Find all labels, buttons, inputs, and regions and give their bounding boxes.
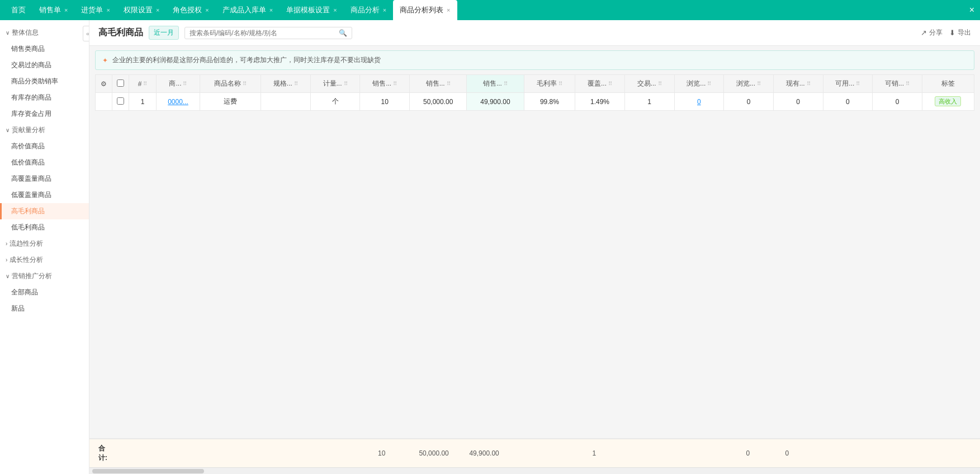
cell-pv2: 0 bbox=[724, 93, 774, 111]
sidebar-item-high-margin[interactable]: 高毛利商品 bbox=[0, 203, 89, 219]
nav-finished-goods[interactable]: 产成品入库单 × bbox=[216, 0, 280, 20]
nav-home[interactable]: 首页 bbox=[4, 0, 32, 20]
content-area: 高毛利商品 近一月 🔍 ↗ 分享 ⬇ 导出 ✦ 企业的主要的利润都是这部分商品创… bbox=[89, 20, 980, 474]
share-button[interactable]: ↗ 分享 bbox=[921, 28, 943, 37]
settings-icon[interactable]: ⚙ bbox=[101, 80, 107, 88]
close-icon[interactable]: × bbox=[447, 7, 450, 13]
close-icon[interactable]: × bbox=[64, 7, 68, 13]
cell-sales-amount: 50,000.00 bbox=[410, 93, 467, 111]
footer-sales-profit: 49,900.00 bbox=[449, 449, 499, 457]
table-row: 1 0000... 运费 个 10 50,000.00 49,900.00 99… bbox=[96, 93, 974, 111]
header-actions: ↗ 分享 ⬇ 导出 bbox=[921, 28, 971, 37]
footer-sales-amount: 50,000.00 bbox=[399, 449, 449, 457]
sidebar-item-new-goods[interactable]: 新品 bbox=[0, 301, 89, 317]
horizontal-scrollbar[interactable] bbox=[89, 467, 980, 474]
close-icon[interactable]: × bbox=[205, 7, 209, 13]
close-icon[interactable]: × bbox=[269, 7, 273, 13]
sidebar-item-stock-capital[interactable]: 库存资金占用 bbox=[0, 106, 89, 122]
export-button[interactable]: ⬇ 导出 bbox=[949, 28, 971, 37]
nav-roles[interactable]: 角色授权 × bbox=[166, 0, 215, 20]
cell-available-stock: 0 bbox=[823, 93, 873, 111]
sidebar-group-overall[interactable]: ∨ 整体信息 bbox=[0, 25, 89, 41]
col-header-sales-amount: 销售...⠿ bbox=[410, 75, 467, 93]
col-header-checkbox[interactable] bbox=[112, 75, 129, 93]
chevron-down-icon: ∨ bbox=[6, 127, 10, 133]
footer-available-stock: 0 bbox=[728, 449, 768, 457]
cell-num: 1 bbox=[129, 93, 157, 111]
col-header-sales-profit: 销售...⠿ bbox=[467, 75, 524, 93]
footer-sales-qty: 10 bbox=[365, 449, 399, 457]
sidebar-item-traded-goods[interactable]: 交易过的商品 bbox=[0, 57, 89, 73]
col-header-num: #⠿ bbox=[129, 75, 157, 93]
sidebar-item-low-margin[interactable]: 低毛利商品 bbox=[0, 219, 89, 236]
filter-period-button[interactable]: 近一月 bbox=[149, 26, 179, 40]
col-header-current-stock: 现有...⠿ bbox=[773, 75, 823, 93]
sidebar-group-marketing[interactable]: ∨ 营销推广分析 bbox=[0, 268, 89, 284]
col-header-coverage: 覆盖...⠿ bbox=[575, 75, 625, 93]
data-table: ⚙ #⠿ 商...⠿ 商品名称⠿ bbox=[95, 74, 974, 111]
cell-sales-profit: 49,900.00 bbox=[467, 93, 524, 111]
col-header-gross-rate: 毛利率⠿ bbox=[524, 75, 575, 93]
sidebar-item-low-coverage[interactable]: 低覆盖量商品 bbox=[0, 187, 89, 203]
nav-product-analysis[interactable]: 商品分析 × bbox=[344, 0, 393, 20]
col-header-code: 商...⠿ bbox=[156, 75, 200, 93]
nav-product-analysis-list[interactable]: 商品分析列表 × bbox=[393, 0, 457, 20]
sidebar-item-in-stock[interactable]: 有库存的商品 bbox=[0, 90, 89, 106]
sidebar-group-growth[interactable]: › 成长性分析 bbox=[0, 252, 89, 268]
cell-code[interactable]: 0000... bbox=[156, 93, 200, 111]
page-title: 高毛利商品 bbox=[98, 27, 143, 39]
footer-label: 合计: bbox=[98, 444, 113, 463]
scrollbar-thumb[interactable] bbox=[92, 469, 204, 473]
cell-pv1[interactable]: 0 bbox=[674, 93, 724, 111]
cell-coverage: 1.49% bbox=[575, 93, 625, 111]
col-header-tag: 标签 bbox=[922, 75, 974, 93]
sidebar-group-trend[interactable]: › 流趋性分析 bbox=[0, 236, 89, 252]
sidebar-item-high-value[interactable]: 高价值商品 bbox=[0, 138, 89, 154]
sidebar-item-category-rate[interactable]: 商品分类助销率 bbox=[0, 73, 89, 90]
select-all-checkbox[interactable] bbox=[117, 79, 124, 87]
sidebar-item-sales-goods[interactable]: 销售类商品 bbox=[0, 41, 89, 57]
window-close-button[interactable]: × bbox=[969, 5, 974, 15]
nav-purchase[interactable]: 进货单 × bbox=[74, 0, 116, 20]
col-header-settings[interactable]: ⚙ bbox=[96, 75, 112, 93]
cell-checkbox[interactable] bbox=[112, 93, 129, 111]
cell-name: 运费 bbox=[200, 93, 261, 111]
nav-permissions[interactable]: 权限设置 × bbox=[117, 0, 166, 20]
col-header-spec: 规格...⠿ bbox=[261, 75, 311, 93]
close-icon[interactable]: × bbox=[156, 7, 159, 13]
col-header-pageviews1: 浏览...⠿ bbox=[674, 75, 724, 93]
info-banner: ✦ 企业的主要的利润都是这部分商品创造的，可考虑加大推广，同时关注库存是不要出现… bbox=[95, 50, 974, 70]
sidebar-item-all-goods[interactable]: 全部商品 bbox=[0, 284, 89, 301]
sidebar-item-low-value[interactable]: 低价值商品 bbox=[0, 154, 89, 171]
cell-tag: 高收入 bbox=[922, 93, 974, 111]
sidebar-collapse-button[interactable]: « bbox=[83, 26, 89, 41]
close-icon[interactable]: × bbox=[333, 7, 337, 13]
sidebar-item-high-coverage[interactable]: 高覆盖量商品 bbox=[0, 171, 89, 187]
tag-badge: 高收入 bbox=[935, 96, 961, 106]
top-navigation: 首页 销售单 × 进货单 × 权限设置 × 角色授权 × 产成品入库单 × 单据… bbox=[0, 0, 980, 20]
share-icon: ↗ bbox=[921, 29, 927, 37]
col-header-pageviews2: 浏览...⠿ bbox=[724, 75, 774, 93]
content-header: 高毛利商品 近一月 🔍 ↗ 分享 ⬇ 导出 bbox=[89, 20, 980, 46]
cell-sellable-days: 0 bbox=[873, 93, 922, 111]
row-checkbox[interactable] bbox=[117, 97, 124, 105]
sidebar: « ∨ 整体信息 销售类商品 交易过的商品 商品分类助销率 有库存的商品 库存资… bbox=[0, 20, 89, 474]
nav-sales[interactable]: 销售单 × bbox=[32, 0, 74, 20]
chevron-right-icon: › bbox=[6, 241, 7, 247]
cell-current-stock: 0 bbox=[773, 93, 823, 111]
col-header-available-stock: 可用...⠿ bbox=[823, 75, 873, 93]
close-icon[interactable]: × bbox=[383, 7, 386, 13]
sidebar-group-contribution[interactable]: ∨ 贡献量分析 bbox=[0, 122, 89, 138]
footer-totals: 合计: 10 50,000.00 49,900.00 1 0 bbox=[89, 438, 980, 467]
cell-gross-rate: 99.8% bbox=[524, 93, 575, 111]
search-icon[interactable]: 🔍 bbox=[339, 29, 347, 37]
main-area: « ∨ 整体信息 销售类商品 交易过的商品 商品分类助销率 有库存的商品 库存资… bbox=[0, 20, 980, 474]
footer-sellable-days: 0 bbox=[768, 449, 807, 457]
close-icon[interactable]: × bbox=[106, 7, 110, 13]
search-input[interactable] bbox=[190, 29, 335, 37]
cell-sales-qty: 10 bbox=[360, 93, 410, 111]
nav-template-settings[interactable]: 单据模板设置 × bbox=[280, 0, 343, 20]
cell-spec bbox=[261, 93, 311, 111]
chevron-down-icon: ∨ bbox=[6, 273, 10, 279]
footer-transactions: 1 bbox=[577, 449, 611, 457]
